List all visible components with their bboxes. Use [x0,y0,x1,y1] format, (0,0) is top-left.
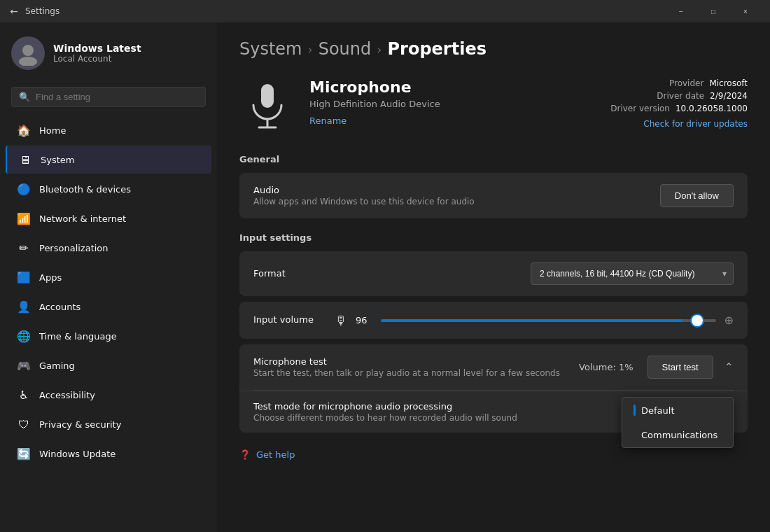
audio-card: Audio Allow apps and Windows to use this… [239,173,748,218]
minimize-button[interactable]: − [665,0,697,22]
volume-percent-label: Volume: 1% [579,362,634,372]
test-mode-row: Test mode for microphone audio processin… [239,391,748,433]
network-icon: 📶 [17,211,31,225]
user-section: Windows Latest Local Account [0,22,217,81]
user-type: Local Account [53,54,141,64]
sidebar-item-label: Accounts [39,302,80,312]
sidebar-item-home[interactable]: 🏠 Home [6,116,211,144]
rename-link[interactable]: Rename [309,115,346,126]
apps-icon: 🟦 [17,270,31,284]
mic-test-card: Microphone test Start the test, then tal… [239,344,748,433]
search-box[interactable]: 🔍 [11,87,206,107]
sidebar-item-gaming[interactable]: 🎮 Gaming [6,351,211,379]
app-container: Windows Latest Local Account 🔍 🏠 Home 🖥 … [0,22,770,532]
device-info: Microphone High Definition Audio Device … [309,78,596,127]
dropdown-item-communications[interactable]: Communications [622,423,733,447]
sidebar-item-label: System [41,155,74,165]
format-card: Format 2 channels, 16 bit, 44100 Hz (CD … [239,251,748,296]
maximize-button[interactable]: □ [697,0,729,22]
active-indicator [634,405,636,416]
titlebar: ← Settings − □ × [0,0,770,22]
dropdown-item-label: Communications [641,430,718,440]
breadcrumb-system[interactable]: System [239,39,302,59]
test-row: Microphone test Start the test, then tal… [239,344,748,390]
accessibility-icon: ♿ [17,388,31,402]
driver-date-row: Driver date 2/9/2024 [610,91,748,101]
accounts-icon: 👤 [17,300,31,314]
close-button[interactable]: × [729,0,762,22]
user-name: Windows Latest [53,43,141,54]
sidebar-item-label: Time & language [39,331,117,342]
sidebar-item-accessibility[interactable]: ♿ Accessibility [6,381,211,409]
main-content: System › Sound › Properties Microphone H… [217,22,770,532]
search-input[interactable] [36,92,198,102]
get-help[interactable]: ❓ Get help [239,449,748,460]
audio-row: Audio Allow apps and Windows to use this… [239,173,748,218]
format-select[interactable]: 2 channels, 16 bit, 44100 Hz (CD Quality… [531,262,734,285]
volume-value: 96 [356,315,372,326]
test-sub: Start the test, then talk or play audio … [253,368,568,378]
dont-allow-button[interactable]: Don't allow [660,184,734,207]
sidebar-item-apps[interactable]: 🟦 Apps [6,263,211,291]
avatar [11,36,45,70]
input-settings-section-title: Input settings [239,232,748,243]
personalization-icon: ✏️ [17,241,31,255]
test-info: Microphone test Start the test, then tal… [253,356,568,378]
breadcrumb-current: Properties [387,39,486,59]
volume-row: Input volume 🎙 96 ⊕ [239,302,748,339]
start-test-button[interactable]: Start test [648,356,713,379]
format-select-wrapper: 2 channels, 16 bit, 44100 Hz (CD Quality… [531,262,734,285]
device-header: Microphone High Definition Audio Device … [239,78,748,134]
format-row: Format 2 channels, 16 bit, 44100 Hz (CD … [239,251,748,296]
sidebar-item-label: Gaming [39,360,75,371]
dropdown-item-default[interactable]: Default [622,398,733,423]
time-icon: 🌐 [17,329,31,343]
sidebar-item-time[interactable]: 🌐 Time & language [6,322,211,350]
back-icon[interactable]: ← [8,6,20,17]
audio-info: Audio Allow apps and Windows to use this… [253,185,649,206]
sidebar-item-windows-update[interactable]: 🔄 Windows Update [6,440,211,468]
sidebar-item-label: Personalization [39,243,108,253]
search-icon: 🔍 [19,92,30,102]
system-icon: 🖥 [18,153,32,167]
chevron-up-icon[interactable]: ⌃ [724,360,734,374]
help-icon: ❓ [239,449,251,460]
titlebar-title: Settings [25,6,59,16]
driver-update-link[interactable]: Check for driver updates [643,119,748,129]
titlebar-controls: − □ × [665,0,762,22]
svg-point-0 [22,45,34,56]
provider-label: Provider [669,78,704,88]
slider-end-icon: ⊕ [724,314,734,327]
provider-row: Provider Microsoft [610,78,748,88]
test-mode-dropdown: Default Communications [622,397,734,448]
sidebar-item-network[interactable]: 📶 Network & internet [6,204,211,232]
dropdown-item-label: Default [641,405,675,416]
microphone-icon [239,78,295,134]
svg-rect-2 [261,84,274,108]
device-meta: Provider Microsoft Driver date 2/9/2024 … [610,78,748,130]
test-title: Microphone test [253,356,568,367]
volume-card: Input volume 🎙 96 ⊕ [239,302,748,339]
sidebar-item-accounts[interactable]: 👤 Accounts [6,293,211,321]
privacy-icon: 🛡 [17,417,31,431]
breadcrumb-sep-2: › [377,42,382,57]
sidebar-item-label: Apps [39,272,62,283]
volume-slider[interactable] [381,319,716,322]
sidebar-item-label: Bluetooth & devices [39,184,131,195]
bluetooth-icon: 🔵 [17,182,31,196]
sidebar-item-label: Privacy & security [39,419,121,430]
driver-version-value: 10.0.26058.1000 [676,104,748,113]
driver-date-value: 2/9/2024 [710,91,748,101]
driver-date-label: Driver date [657,91,704,101]
sidebar-item-system[interactable]: 🖥 System [6,146,211,174]
sidebar-item-personalization[interactable]: ✏️ Personalization [6,234,211,262]
format-info: Format [253,268,519,280]
home-icon: 🏠 [17,123,31,137]
sidebar-item-privacy[interactable]: 🛡 Privacy & security [6,410,211,438]
device-sub: High Definition Audio Device [309,99,596,109]
breadcrumb: System › Sound › Properties [239,39,748,59]
breadcrumb-sound[interactable]: Sound [318,39,372,59]
format-title: Format [253,268,519,279]
sidebar: Windows Latest Local Account 🔍 🏠 Home 🖥 … [0,22,217,532]
sidebar-item-bluetooth[interactable]: 🔵 Bluetooth & devices [6,175,211,203]
